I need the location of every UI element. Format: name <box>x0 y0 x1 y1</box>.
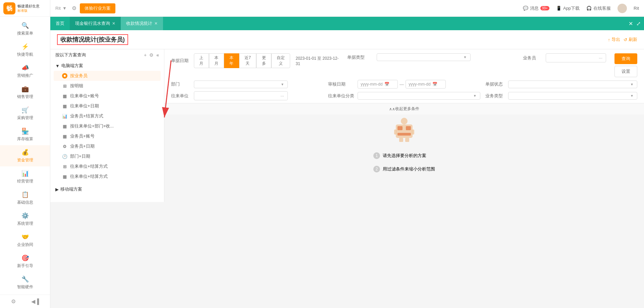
review-date-to[interactable]: yyyy-mm-dd 📅 <box>406 80 446 89</box>
message-action[interactable]: 💬 消息 99+ <box>523 5 549 11</box>
tab-receipt-stat-close[interactable]: ✕ <box>154 21 158 26</box>
inventory-icon: 🏪 <box>21 127 29 135</box>
filter-row-2: 部门 ▼ 审核日期 yyyy-mm-dd <box>164 80 644 91</box>
export-btn[interactable]: ↑ 导出 <box>608 37 621 43</box>
tree-item-dept-date[interactable]: 🕐 部门+日期 <box>54 151 161 161</box>
basic-icon: 📋 <box>21 191 29 198</box>
svg-point-8 <box>401 118 408 124</box>
tree-item-by-detail[interactable]: ⊞ 按明细 <box>54 81 161 91</box>
sidebar-item-corp[interactable]: 🤝 企业协同 <box>0 230 50 251</box>
tab-bank-flow-close[interactable]: ✕ <box>112 21 115 26</box>
tree-item-salesman-date[interactable]: ⚙ 业务员+日期 <box>54 141 161 151</box>
collapse-sidebar-icon[interactable]: ◀▐ <box>31 298 39 305</box>
settings-icon[interactable]: ⚙ <box>72 5 76 11</box>
desktop-section-title[interactable]: ▼ 电脑端方案 <box>54 61 161 71</box>
trial-btn[interactable]: 体验行业方案 <box>80 3 115 13</box>
tree-expand-icon: ▼ <box>55 63 60 68</box>
svg-rect-4 <box>394 130 397 135</box>
doc-type-filter-group: 单据类型 ▼ <box>347 53 518 61</box>
refresh-btn[interactable]: ↺ 刷新 <box>624 37 637 43</box>
sidebar-item-basic[interactable]: 📋 基础信息 <box>0 188 50 209</box>
tab-home[interactable]: 首页 <box>50 17 70 30</box>
purchase-icon: 🛒 <box>21 106 29 114</box>
page-content: 收款情况统计(按业务员) ↑ 导出 ↺ 刷新 按以下方 <box>50 30 644 308</box>
filter-row-1: 单据日期 上月 本月 本年 近7天 更多 自定义 2023-01-01 至 20… <box>164 49 644 80</box>
review-date-from[interactable]: yyyy-mm-dd 📅 <box>358 80 398 89</box>
tab-close-all-btn[interactable]: ✕ <box>629 20 633 27</box>
sidebar-item-inventory[interactable]: 🏪 库存核算 <box>0 124 50 145</box>
tree-item-counterpart-settle2[interactable]: ▦ 往来单位+结算方式 <box>54 171 161 182</box>
counterpart-cat-filter-group: 往来单位分类 ▼ <box>328 92 480 100</box>
filter-actions: 查询 设置 <box>614 53 637 77</box>
review-date-filter-group: 审核日期 yyyy-mm-dd 📅 — yyyy-mm-dd <box>328 80 480 89</box>
sidebar-item-quicknav[interactable]: ⚡ 快捷导航 <box>0 40 50 61</box>
review-date-inputs: yyyy-mm-dd 📅 — yyyy-mm-dd 📅 <box>358 80 446 89</box>
user-avatar[interactable] <box>618 4 627 13</box>
sidebar-item-search[interactable]: 🔍 搜索菜单 <box>0 18 50 40</box>
sidebar-item-system[interactable]: ⚙️ 系统管理 <box>0 209 50 230</box>
tree-item-by-salesman[interactable]: 按业务员 <box>54 71 161 81</box>
dept-filter-group: 部门 ▼ <box>171 81 323 88</box>
tree-item-salesman-settle[interactable]: 📊 业务员+结算方式 <box>54 111 161 121</box>
date-btn-more[interactable]: 更多 <box>256 53 271 68</box>
doc-type-select[interactable]: ▼ <box>377 53 471 61</box>
doc-type-chevron: ▼ <box>464 55 467 59</box>
counterpart-cat-select[interactable]: ▼ <box>358 92 480 100</box>
sidebar-item-guide[interactable]: 🎯 新手引导 <box>0 251 50 272</box>
quick-nav-icon: ⚡ <box>21 43 29 50</box>
counterpart-filter-group: 往来单位 ··· <box>171 91 323 100</box>
finance-icon: 💰 <box>21 149 29 156</box>
salesman-more-icon[interactable]: ··· <box>599 55 602 60</box>
doc-status-select[interactable]: ▼ <box>508 81 637 88</box>
app-download-action[interactable]: 📱 App下载 <box>556 5 580 11</box>
sidebar-item-finance[interactable]: 💰 资金管理 <box>0 145 50 166</box>
top-bar-left: Rit ▼ ⚙ 体验行业方案 <box>55 3 523 13</box>
date-btn-last-7-days[interactable]: 近7天 <box>239 53 256 68</box>
date-btn-last-month[interactable]: 上月 <box>194 53 209 68</box>
counterpart-more-icon[interactable]: ··· <box>280 93 284 98</box>
dept-select[interactable]: ▼ <box>194 81 288 88</box>
tree-item-salesman-account[interactable]: ▦ 业务员+账号 <box>54 131 161 141</box>
tree-item-counterpart-account[interactable]: ▦ 往来单位+账号 <box>54 91 161 101</box>
review-date-from-text: yyyy-mm-dd <box>361 82 382 87</box>
sidebar-item-sales[interactable]: 💼 销售管理 <box>0 82 50 103</box>
calendar-icon-to: 📅 <box>432 82 437 87</box>
tree-item-counterpart-settle1[interactable]: ⊞ 往来单位+结算方式 <box>54 161 161 171</box>
date-btn-this-year[interactable]: 本年 <box>224 53 239 68</box>
salesman-select[interactable]: ··· <box>546 53 606 62</box>
sidebar-item-hardware[interactable]: 🔧 智能硬件 <box>0 272 50 293</box>
tree-item-counterpart-date[interactable]: ▦ 往来单位+日期 <box>54 101 161 111</box>
biz-type-select[interactable]: ▼ <box>508 92 637 100</box>
counterpart-cat-label: 往来单位分类 <box>328 93 355 99</box>
settings-footer-icon[interactable]: ⚙ <box>11 298 16 305</box>
tab-bar: 首页 现金银行流水查询 ✕ 收款情况统计 ✕ ✕ ⤢ <box>50 17 644 30</box>
collapse-bar[interactable]: ∧∧ 收起更多条件 <box>164 103 644 114</box>
online-service-action[interactable]: 🎧 在线客服 <box>586 5 611 11</box>
main-content: Rit ▼ ⚙ 体验行业方案 💬 消息 99+ 📱 App下载 🎧 在线客服 <box>50 0 644 308</box>
svg-rect-5 <box>412 130 414 135</box>
tree-item-counterpart-dept[interactable]: ▦ 按往来单位+部门+收... <box>54 121 161 131</box>
settings-scheme-btn[interactable]: ⚙ <box>149 52 154 58</box>
sidebar-item-marketing[interactable]: 📣 营销推广 <box>0 61 50 82</box>
sidebar-item-purchase[interactable]: 🛒 采购管理 <box>0 103 50 124</box>
left-panel-header: 按以下方案查询 + ⚙ « <box>50 49 164 61</box>
workspace-dropdown[interactable]: ▼ <box>62 6 67 11</box>
tab-bank-flow[interactable]: 现金银行流水查询 ✕ <box>70 17 121 30</box>
collapse-panel-btn[interactable]: « <box>156 52 159 58</box>
add-scheme-btn[interactable]: + <box>144 52 147 58</box>
message-badge: 99+ <box>540 6 549 10</box>
counterpart-select[interactable]: ··· <box>194 91 288 100</box>
user-name: Rit <box>634 6 639 11</box>
main-area: 按以下方案查询 + ⚙ « ▼ 电脑端方案 <box>50 49 644 202</box>
dept-chevron: ▼ <box>281 83 284 86</box>
tab-maximize-btn[interactable]: ⤢ <box>636 20 641 27</box>
tab-receipt-stat[interactable]: 收款情况统计 ✕ <box>121 17 163 30</box>
export-icon: ↑ <box>608 37 610 42</box>
sidebar-item-operation[interactable]: 📊 经营管理 <box>0 166 50 188</box>
set-btn[interactable]: 设置 <box>614 66 637 77</box>
date-btn-custom[interactable]: 自定义 <box>271 53 290 68</box>
mobile-section-title[interactable]: ▶ 移动端方案 <box>54 184 161 194</box>
salesman-filter-group: 业务员 ··· <box>523 53 606 62</box>
date-btn-this-month[interactable]: 本月 <box>209 53 224 68</box>
query-btn[interactable]: 查询 <box>614 53 637 64</box>
